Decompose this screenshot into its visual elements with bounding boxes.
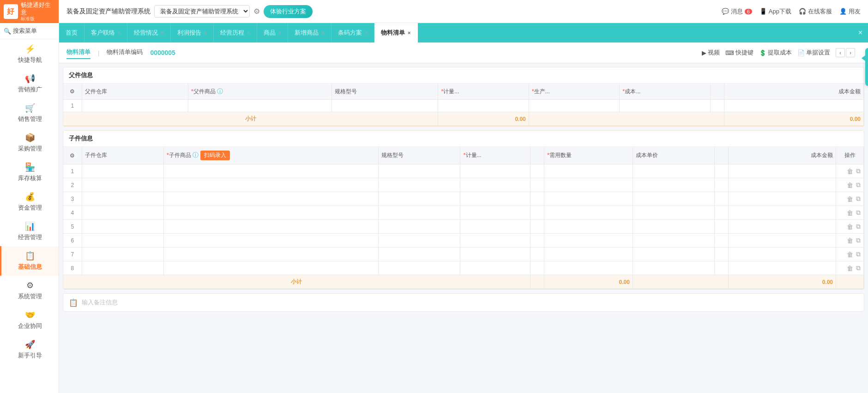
parent-warehouse-cell[interactable] <box>82 100 188 112</box>
child-warehouse-7[interactable] <box>82 248 163 261</box>
delete-icon-5[interactable]: 🗑 <box>847 223 853 230</box>
child-spec-6[interactable] <box>379 234 460 248</box>
parent-unit-cell[interactable] <box>438 100 529 112</box>
tab-home[interactable]: 首页 <box>59 23 84 42</box>
child-col-settings[interactable]: ⚙ <box>63 147 82 164</box>
tab-bom-close[interactable]: × <box>408 30 410 36</box>
sidebar-search[interactable]: 🔍 搜索菜单 <box>0 23 59 39</box>
child-spec-2[interactable] <box>379 178 460 192</box>
action-shortcut[interactable]: ⌨ 快捷键 <box>725 48 753 57</box>
trial-button[interactable]: 体验行业方案 <box>264 5 313 18</box>
tab-products[interactable]: 商品 × <box>257 23 288 42</box>
child-op-7[interactable]: 🗑 ⧉ <box>836 248 864 261</box>
child-unit-7[interactable] <box>460 248 530 261</box>
child-qty-8[interactable] <box>544 261 633 275</box>
tab-history-close[interactable]: × <box>247 30 250 36</box>
delete-icon-6[interactable]: 🗑 <box>847 237 853 244</box>
sidebar-item-operations[interactable]: 📊 经营管理 <box>0 217 59 246</box>
child-qty-2[interactable] <box>544 178 633 192</box>
child-op-2[interactable]: 🗑 ⧉ <box>836 178 864 192</box>
child-qty-4[interactable] <box>544 206 633 220</box>
child-unitcost-4[interactable] <box>633 206 714 220</box>
child-op-4[interactable]: 🗑 ⧉ <box>836 206 864 220</box>
sidebar-item-basic-info[interactable]: 📋 基础信息 <box>0 246 59 276</box>
child-qty-6[interactable] <box>544 234 633 248</box>
parent-col-settings[interactable]: ⚙ <box>63 84 82 100</box>
child-qty-1[interactable] <box>544 164 633 178</box>
child-op-3[interactable]: 🗑 ⧉ <box>836 192 864 206</box>
copy-icon-4[interactable]: ⧉ <box>856 209 861 217</box>
tab-bom[interactable]: 物料清单 × <box>374 23 417 42</box>
child-qty-3[interactable] <box>544 192 633 206</box>
parent-cost-cell[interactable] <box>620 100 711 112</box>
child-spec-5[interactable] <box>379 220 460 234</box>
parent-product-cell[interactable] <box>188 100 332 112</box>
action-settings[interactable]: 📄 单据设置 <box>797 48 830 57</box>
child-op-8[interactable]: 🗑 ⧉ <box>836 261 864 275</box>
delete-icon-3[interactable]: 🗑 <box>847 195 853 203</box>
copy-icon-5[interactable]: ⧉ <box>856 223 861 230</box>
child-unit-6[interactable] <box>460 234 530 248</box>
sidebar-item-marketing[interactable]: 📢 营销推广 <box>0 69 59 98</box>
child-spec-4[interactable] <box>379 206 460 220</box>
child-product-6[interactable] <box>163 234 378 248</box>
child-unit-5[interactable] <box>460 220 530 234</box>
child-op-6[interactable]: 🗑 ⧉ <box>836 234 864 248</box>
note-placeholder[interactable]: 输入备注信息 <box>82 298 118 307</box>
child-warehouse-6[interactable] <box>82 234 163 248</box>
next-arrow[interactable]: › <box>846 48 855 57</box>
sidebar-item-enterprise[interactable]: 🤝 企业协同 <box>0 305 59 335</box>
delete-icon-2[interactable]: 🗑 <box>847 181 853 189</box>
child-op-5[interactable]: 🗑 ⧉ <box>836 220 864 234</box>
child-warehouse-8[interactable] <box>82 261 163 275</box>
child-qty-7[interactable] <box>544 248 633 261</box>
delete-icon-4[interactable]: 🗑 <box>847 209 853 217</box>
child-product-1[interactable] <box>163 164 378 178</box>
user-item[interactable]: 👤 用友 <box>839 7 861 16</box>
tab-new-product-close[interactable]: × <box>321 30 324 36</box>
child-unitcost-3[interactable] <box>633 192 714 206</box>
child-spec-7[interactable] <box>379 248 460 261</box>
action-cost[interactable]: 💲 提取成本 <box>759 48 792 57</box>
child-unitcost-8[interactable] <box>633 261 714 275</box>
child-warehouse-3[interactable] <box>82 192 163 206</box>
child-spec-1[interactable] <box>379 164 460 178</box>
tab-operations-close[interactable]: × <box>161 30 163 36</box>
sidebar-item-finance[interactable]: 💰 资金管理 <box>0 187 59 217</box>
parent-mfg-cell[interactable] <box>529 100 620 112</box>
tab-barcode[interactable]: 条码方案 × <box>332 23 374 42</box>
child-unitcost-7[interactable] <box>633 248 714 261</box>
child-unitcost-1[interactable] <box>633 164 714 178</box>
tab-profit-close[interactable]: × <box>204 30 207 36</box>
sub-tab-bom[interactable]: 物料清单 <box>66 46 90 59</box>
action-view[interactable]: ▶ 视频 <box>702 48 720 57</box>
tab-history[interactable]: 经营历程 × <box>214 23 257 42</box>
copy-icon-2[interactable]: ⧉ <box>856 181 861 189</box>
app-download-item[interactable]: 📱 App下载 <box>760 7 791 16</box>
sidebar-item-quick-nav[interactable]: ⚡ 快捷导航 <box>0 39 59 69</box>
child-warehouse-5[interactable] <box>82 220 163 234</box>
child-unit-2[interactable] <box>460 178 530 192</box>
copy-icon-8[interactable]: ⧉ <box>856 264 861 272</box>
sidebar-item-inventory[interactable]: 🏪 库存核算 <box>0 157 59 187</box>
parent-spec-cell[interactable] <box>332 100 438 112</box>
tab-operations[interactable]: 经营情况 × <box>127 23 170 42</box>
tab-products-close[interactable]: × <box>278 30 281 36</box>
sidebar-item-beginner[interactable]: 🚀 新手引导 <box>0 335 59 364</box>
child-product-5[interactable] <box>163 220 378 234</box>
copy-icon-6[interactable]: ⧉ <box>856 236 861 244</box>
tab-barcode-close[interactable]: × <box>365 30 368 36</box>
copy-icon-1[interactable]: ⧉ <box>856 167 861 175</box>
prev-arrow[interactable]: ‹ <box>836 48 845 57</box>
child-product-4[interactable] <box>163 206 378 220</box>
message-item[interactable]: 💬 消息 6 <box>722 7 752 16</box>
online-service-item[interactable]: 🎧 在线客服 <box>799 7 832 16</box>
copy-icon-3[interactable]: ⧉ <box>856 195 861 203</box>
child-unitcost-2[interactable] <box>633 178 714 192</box>
delete-icon-7[interactable]: 🗑 <box>847 251 853 258</box>
child-warehouse-2[interactable] <box>82 178 163 192</box>
sub-tab-code[interactable]: 物料清单编码 <box>107 46 143 59</box>
child-spec-3[interactable] <box>379 192 460 206</box>
sidebar-item-purchase[interactable]: 📦 采购管理 <box>0 128 59 157</box>
settings-icon[interactable]: ⚙ <box>253 7 260 16</box>
